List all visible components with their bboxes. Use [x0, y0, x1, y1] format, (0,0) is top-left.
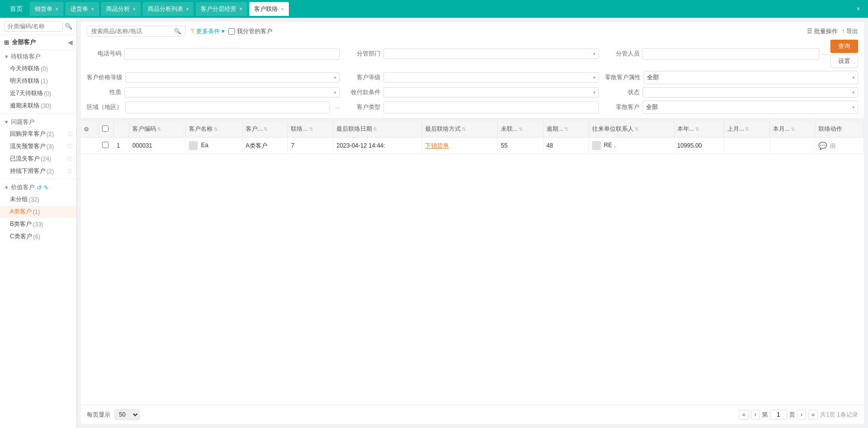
- th-uncontacted[interactable]: 未联... ⇅: [497, 121, 543, 138]
- sort-icon-company-contact[interactable]: ⇅: [635, 126, 639, 132]
- th-last-month[interactable]: 上月... ⇅: [724, 121, 770, 138]
- nav-tab-purchase[interactable]: 进货单 ×: [65, 2, 99, 16]
- sort-icon-code[interactable]: ⇅: [157, 126, 161, 132]
- th-code[interactable]: 客户编码 ⇅: [129, 121, 186, 138]
- query-button[interactable]: 查询: [830, 40, 858, 53]
- main-search-input[interactable]: [91, 28, 172, 35]
- filter-nature-select[interactable]: ▾: [124, 87, 340, 98]
- last-page-btn[interactable]: »: [808, 410, 818, 420]
- th-this-year[interactable]: 本年... ⇅: [674, 121, 724, 138]
- next-page-btn[interactable]: ›: [797, 410, 806, 420]
- filter-retail-customer-select[interactable]: 全部 ▾: [643, 101, 858, 114]
- prev-page-btn[interactable]: ‹: [751, 410, 760, 420]
- manager-more-icon[interactable]: ···: [822, 51, 827, 57]
- sidebar-item-b-class[interactable]: B类客户 (33): [0, 218, 76, 230]
- region-more-icon[interactable]: ···: [335, 104, 340, 111]
- row-action-qr-icon[interactable]: ⊞: [830, 142, 836, 150]
- td-last-method[interactable]: 下销货单: [422, 138, 498, 154]
- page-size-select[interactable]: 50 100 200: [114, 409, 140, 420]
- sort-icon-this-month[interactable]: ⇅: [791, 126, 795, 132]
- main-search-wrap[interactable]: 🔍: [87, 26, 186, 37]
- batch-ops-btn[interactable]: ☰ 批量操作: [807, 27, 838, 36]
- nav-tab-customer-contact-close[interactable]: ×: [281, 6, 284, 12]
- filter-customer-level-select[interactable]: ▾: [383, 72, 599, 83]
- info-icon2[interactable]: ⓘ: [67, 143, 72, 150]
- filter-customer-type-input[interactable]: [383, 102, 599, 113]
- sidebar-all-customers-header[interactable]: ⊞ 全部客户 ◀: [0, 35, 76, 50]
- th-this-month[interactable]: 本月... ⇅: [769, 121, 815, 138]
- th-last-method[interactable]: 最后联络方式 ⇅: [422, 121, 498, 138]
- th-last-date[interactable]: 最后联络日期 ⇅: [333, 121, 422, 138]
- row-action-chat-icon[interactable]: 💬: [818, 142, 827, 150]
- th-company-contact[interactable]: 往来单位联系人 ⇅: [589, 121, 674, 138]
- nav-tab-sales[interactable]: 销货单 ×: [30, 2, 63, 16]
- sort-icon-uncontacted[interactable]: ⇅: [519, 126, 523, 132]
- refresh-icon[interactable]: ↺: [37, 184, 42, 191]
- my-customer-check[interactable]: 我分管的客户: [228, 27, 272, 36]
- row-checkbox[interactable]: [102, 142, 108, 148]
- filter-region-input[interactable]: [125, 102, 330, 113]
- filter-dept-select[interactable]: ▾: [383, 49, 599, 59]
- main-search-icon[interactable]: 🔍: [174, 28, 181, 35]
- sidebar-item-churned[interactable]: 已流失客户 (24) ⓘ: [0, 153, 76, 165]
- settings-value-icon[interactable]: ✎: [44, 184, 49, 191]
- sidebar-item-c-class[interactable]: C类客户 (6): [0, 230, 76, 243]
- nav-tab-analysis-close[interactable]: ×: [133, 6, 136, 12]
- sort-icon-contact[interactable]: ⇅: [309, 126, 313, 132]
- settings-button[interactable]: 设置: [830, 54, 858, 68]
- sidebar-item-overdue-contact[interactable]: 逾期未联络 (30): [0, 100, 76, 112]
- info-icon4[interactable]: ⓘ: [67, 168, 72, 175]
- td-last-method-link[interactable]: 下销货单: [425, 142, 449, 149]
- sort-icon-overdue[interactable]: ⇅: [564, 126, 568, 132]
- select-all-checkbox[interactable]: [102, 125, 108, 132]
- sidebar-search-input[interactable]: [4, 21, 63, 32]
- sidebar-collapse-btn[interactable]: ◀: [68, 39, 72, 46]
- filter-status-select[interactable]: ▾: [643, 87, 858, 98]
- th-overdue[interactable]: 逾期... ⇅: [543, 121, 589, 138]
- sidebar-section-problems[interactable]: ▼ 问题客户: [0, 115, 76, 128]
- sidebar-item-churning[interactable]: 流失预警客户 (3) ⓘ: [0, 140, 76, 153]
- sort-icon-last-method[interactable]: ⇅: [462, 126, 466, 132]
- sidebar-item-tomorrow[interactable]: 明天待联络 (1): [0, 75, 76, 87]
- page-input[interactable]: [770, 410, 787, 420]
- export-btn[interactable]: ↑ 导出: [842, 27, 858, 36]
- sort-icon-last-date[interactable]: ⇅: [373, 126, 377, 132]
- filter-retail-attr-select[interactable]: 全部 ▾: [644, 71, 858, 84]
- nav-home[interactable]: 首页: [4, 4, 29, 13]
- filter-payment-select[interactable]: ▾: [383, 87, 599, 98]
- nav-tab-sales-close[interactable]: ×: [55, 6, 58, 12]
- close-all-btn[interactable]: ×: [857, 5, 864, 12]
- th-contact-count[interactable]: 联络... ⇅: [288, 121, 333, 138]
- table-settings-icon[interactable]: ⚙: [84, 126, 89, 133]
- filter-price-level-select[interactable]: ▾: [125, 72, 340, 83]
- sidebar-item-abnormal[interactable]: 回购异常客户 (2) ⓘ: [0, 128, 76, 140]
- sidebar-item-a-class[interactable]: A类客户 (1): [0, 206, 76, 218]
- sort-icon-name[interactable]: ⇅: [214, 126, 217, 132]
- sidebar-search-icon[interactable]: 🔍: [65, 23, 72, 30]
- sidebar-item-7days[interactable]: 近7天待联络 (0): [0, 87, 76, 100]
- first-page-btn[interactable]: «: [739, 410, 749, 420]
- my-customer-checkbox[interactable]: [228, 28, 235, 35]
- nav-tab-customer-contact[interactable]: 客户联络 ×: [249, 2, 289, 16]
- more-filter-btn[interactable]: ⊤ 更多条件 ▾: [190, 27, 224, 36]
- sort-icon-this-year[interactable]: ⇅: [695, 126, 699, 132]
- th-type[interactable]: 客户... ⇅: [242, 121, 288, 138]
- info-icon3[interactable]: ⓘ: [67, 156, 72, 162]
- nav-tab-customer-tier[interactable]: 客户分层经营 ×: [196, 2, 247, 16]
- sort-icon-last-month[interactable]: ⇅: [745, 126, 749, 132]
- filter-manager-input[interactable]: [643, 48, 819, 60]
- nav-tab-customer-tier-close[interactable]: ×: [239, 6, 242, 12]
- nav-tab-analysis-list-close[interactable]: ×: [186, 6, 189, 12]
- info-icon1[interactable]: ⓘ: [67, 131, 72, 138]
- th-name[interactable]: 客户名称 ⇅: [186, 121, 242, 138]
- sidebar-item-today[interactable]: 今天待联络 (0): [0, 62, 76, 75]
- sidebar-section-pending[interactable]: ▼ 待联络客户: [0, 50, 76, 62]
- filter-phone-input[interactable]: [124, 48, 340, 60]
- sidebar-item-declining[interactable]: 持续下滑客户 (2) ⓘ: [0, 165, 76, 177]
- nav-tab-purchase-close[interactable]: ×: [91, 6, 94, 12]
- sidebar-item-ungroup[interactable]: 未分组 (32): [0, 193, 76, 206]
- nav-tab-analysis[interactable]: 商品分析 ×: [101, 2, 141, 16]
- sidebar-section-value[interactable]: ▼ 价值客户 ↺ ✎: [0, 181, 76, 193]
- nav-tab-analysis-list[interactable]: 商品分析列表 ×: [143, 2, 194, 16]
- td-row-checkbox[interactable]: [99, 138, 113, 154]
